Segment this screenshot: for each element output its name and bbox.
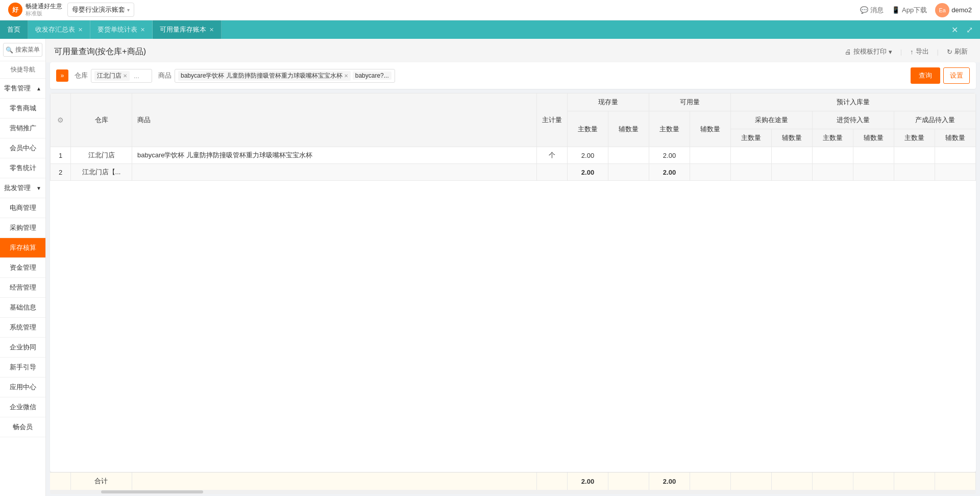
sidebar-item-retail-stats-label: 零售统计 [10, 164, 36, 172]
sidebar-item-purchase-mgmt-label: 采购管理 [10, 224, 36, 231]
refresh-icon: ↻ [947, 48, 952, 56]
row2-avail-main: 2.00 [649, 164, 690, 181]
row2-product-main [894, 164, 935, 181]
row2-incoming-main [813, 164, 853, 181]
sidebar-item-retail-mgmt[interactable]: 零售管理 ▲ [0, 79, 45, 99]
export-btn[interactable]: ↑ 导出 [906, 45, 933, 58]
row1-avail-main: 2.00 [649, 147, 690, 164]
row1-warehouse: 江北门店 [71, 147, 132, 164]
query-btn[interactable]: 查询 [911, 67, 940, 84]
sidebar-item-ecommerce-mgmt[interactable]: 电商管理 [0, 198, 45, 218]
row1-incoming-aux [853, 147, 894, 164]
quick-nav-btn[interactable]: 快捷导航 [0, 61, 45, 79]
maximize-btn[interactable]: ⤢ [963, 24, 976, 36]
sidebar-item-wholesale-mgmt[interactable]: 批发管理 ▼ [0, 178, 45, 198]
product-label: 商品 [158, 71, 172, 80]
tab-order-stats[interactable]: 要货单统计表 ✕ [90, 20, 153, 39]
print-label: 按模板打印 [853, 47, 887, 56]
setting-btn[interactable]: 设置 [943, 67, 970, 84]
search-icon: 🔍 [6, 46, 13, 54]
sidebar-item-inventory-check[interactable]: 库存核算 [0, 238, 45, 258]
sidebar-item-marketing[interactable]: 营销推广 [0, 119, 45, 138]
tab-order-stats-close[interactable]: ✕ [140, 27, 145, 33]
refresh-btn[interactable]: ↻ 刷新 [943, 45, 972, 58]
sidebar-item-retail-mall[interactable]: 零售商城 [0, 99, 45, 119]
tab-available-stock-close[interactable]: ✕ [209, 27, 214, 33]
sidebar-item-member[interactable]: 畅会员 [0, 417, 45, 437]
search-menu-label: 搜索菜单 [15, 45, 40, 54]
app-download-btn[interactable]: 📱 App下载 [892, 6, 927, 15]
tab-available-stock[interactable]: 可用量库存账本 ✕ [153, 20, 222, 39]
sidebar-item-system-mgmt[interactable]: 系统管理 [0, 318, 45, 338]
sidebar-item-retail-mgmt-label: 零售管理 [4, 84, 31, 93]
print-btn[interactable]: 🖨 按模板打印 ▾ [841, 45, 896, 58]
row2-stock-aux [608, 164, 649, 181]
warehouse-tags[interactable]: 江北门店 ✕ ... [91, 69, 152, 83]
close-all-btn[interactable]: ✕ [948, 24, 961, 36]
company-name: 母婴行业演示账套 [72, 5, 125, 14]
data-table: ⚙ 仓库 商品 主计量 现存量 可用量 预计入库量 主数量 辅数量 主数量 辅数… [50, 93, 976, 181]
th-planned-in: 预计入库量 [731, 93, 976, 111]
company-selector[interactable]: 母婴行业演示账套 ▾ [67, 3, 134, 17]
sidebar-item-new-guide[interactable]: 新手引导 [0, 358, 45, 377]
th-stock-main: 主数量 [568, 111, 608, 147]
export-label: 导出 [916, 47, 929, 56]
chevron-icon: ▲ [36, 86, 41, 91]
footer-product-aux [935, 473, 976, 490]
sidebar-item-operation-mgmt[interactable]: 经营管理 [0, 278, 45, 298]
product-tag-2: babycare?... [353, 72, 391, 80]
chevron-down-icon: ▾ [127, 7, 130, 13]
filter-expand-btn[interactable]: » [56, 69, 68, 82]
sidebar-item-enterprise-wechat[interactable]: 企业微信 [0, 397, 45, 417]
sidebar-item-finance-mgmt[interactable]: 资金管理 [0, 258, 45, 278]
gear-icon[interactable]: ⚙ [57, 116, 64, 124]
footer-incoming-main [813, 473, 853, 490]
avatar: Ea [935, 3, 949, 17]
th-gear: ⚙ [51, 93, 71, 147]
row2-product [132, 164, 537, 181]
divider-1: | [900, 48, 902, 56]
filter-actions: 查询 设置 [911, 67, 970, 84]
sidebar-item-basic-info[interactable]: 基础信息 [0, 298, 45, 318]
product-tag-1: babycare学饮杯 儿童防摔防撞吸管杯重力球吸嘴杯宝宝水杯 ✕ [178, 71, 351, 81]
scroll-thumb[interactable] [101, 490, 203, 493]
product-tag-1-close[interactable]: ✕ [344, 73, 348, 79]
refresh-label: 刷新 [954, 47, 968, 56]
product-tag-2-text: babycare?... [355, 72, 389, 79]
sidebar-item-enterprise-collab[interactable]: 企业协同 [0, 338, 45, 358]
row1-incoming-main [813, 147, 853, 164]
row2-stock-main: 2.00 [568, 164, 608, 181]
warehouse-dots[interactable]: ... [132, 72, 141, 80]
chevron-icon-2: ▼ [36, 185, 41, 191]
sidebar-item-member-label: 畅会员 [13, 423, 33, 431]
row1-product: babycare学饮杯 儿童防摔防撞吸管杯重力球吸嘴杯宝宝水杯 [132, 147, 537, 164]
tab-receive-send-close[interactable]: ✕ [78, 27, 83, 33]
th-purchase-aux: 辅数量 [772, 129, 813, 147]
tab-receive-send[interactable]: 收发存汇总表 ✕ [28, 20, 90, 39]
table-row: 1 江北门店 babycare学饮杯 儿童防摔防撞吸管杯重力球吸嘴杯宝宝水杯 个… [51, 147, 976, 164]
sidebar-item-purchase-mgmt[interactable]: 采购管理 [0, 218, 45, 238]
product-tags[interactable]: babycare学饮杯 儿童防摔防撞吸管杯重力球吸嘴杯宝宝水杯 ✕ babyca… [175, 69, 395, 83]
logo-text-area: 畅捷通好生意 标准版 [26, 3, 62, 17]
user-area[interactable]: Ea demo2 [935, 3, 972, 17]
sidebar-item-member-center[interactable]: 会员中心 [0, 138, 45, 158]
logo-sub: 标准版 [26, 10, 62, 17]
search-menu-btn[interactable]: 🔍 搜索菜单 [3, 43, 42, 57]
horizontal-scrollbar[interactable] [50, 490, 976, 494]
sidebar-item-app-center[interactable]: 应用中心 [0, 377, 45, 397]
warehouse-tag-1: 江北门店 ✕ [94, 71, 130, 81]
sidebar-item-marketing-label: 营销推广 [10, 124, 36, 132]
row1-purchase-aux [772, 147, 813, 164]
th-purchase-on-way: 采购在途量 [731, 111, 813, 129]
sidebar-item-new-guide-label: 新手引导 [10, 363, 36, 371]
row1-unit: 个 [537, 147, 568, 164]
sidebar-search-area: 🔍 搜索菜单 [0, 39, 45, 61]
sidebar-item-wholesale-mgmt-label: 批发管理 [4, 183, 31, 193]
message-btn[interactable]: 💬 消息 [860, 6, 884, 15]
sidebar-item-retail-stats[interactable]: 零售统计 [0, 158, 45, 178]
th-warehouse: 仓库 [71, 93, 132, 147]
th-unit: 主计量 [537, 93, 568, 147]
row1-purchase-main [731, 147, 772, 164]
warehouse-tag-1-close[interactable]: ✕ [123, 73, 127, 79]
tab-home[interactable]: 首页 [0, 20, 28, 39]
